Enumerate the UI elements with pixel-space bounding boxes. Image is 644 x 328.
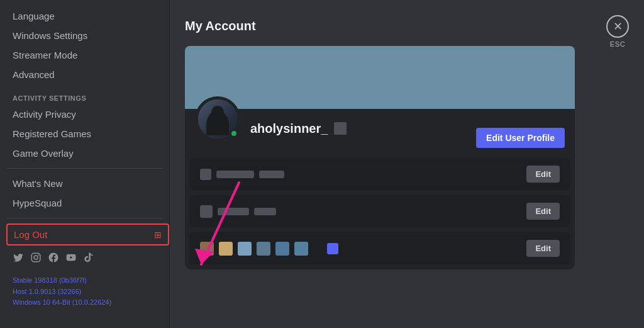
close-button-area[interactable]: ✕ ESC (606, 15, 629, 48)
activity-settings-section-label: ACTIVITY SETTINGS (6, 84, 169, 105)
online-status-dot (230, 129, 238, 138)
blur-block (257, 242, 270, 256)
username-tag-box (334, 122, 347, 135)
sidebar-divider (6, 168, 163, 169)
sidebar-item-label: Registered Games (13, 128, 91, 139)
page-title: My Account (185, 19, 629, 33)
blurred-info-2 (200, 205, 276, 218)
version-line-3: Windows 10 64-Bit (10.0.22624) (13, 297, 163, 308)
main-content: My Account aholysinner_ Edit User Profil… (170, 0, 644, 328)
logout-label: Log Out (14, 229, 47, 240)
version-line-2: Host 1.0.9013 (32266) (13, 286, 163, 298)
sidebar-item-hypesquad[interactable]: HypeSquad (6, 193, 169, 213)
username: aholysinner_ (250, 122, 328, 136)
blur-block (200, 169, 211, 180)
sidebar-item-logout[interactable]: Log Out ⊞ (6, 223, 169, 246)
logout-icon: ⊞ (154, 230, 162, 240)
blur-block (327, 243, 338, 254)
sidebar-item-activity-privacy[interactable]: Activity Privacy (6, 105, 169, 124)
settings-sidebar: Language Windows Settings Streamer Mode … (0, 0, 170, 328)
blur-block (238, 242, 252, 256)
edit-button-3[interactable]: Edit (526, 240, 560, 257)
sidebar-item-advanced[interactable]: Advanced (6, 65, 169, 84)
sidebar-item-whats-new[interactable]: What's New (6, 174, 169, 193)
blur-block (275, 242, 289, 256)
profile-info-row: aholysinner_ Edit User Profile (185, 90, 575, 158)
sidebar-item-registered-games[interactable]: Registered Games (6, 124, 169, 144)
edit-button-1[interactable]: Edit (526, 166, 560, 183)
blur-block (200, 242, 214, 256)
blur-block (200, 205, 213, 218)
sidebar-item-label: What's New (13, 178, 63, 189)
blur-block (259, 171, 284, 178)
sidebar-item-label: Game Overlay (13, 148, 74, 159)
blur-block (218, 208, 249, 215)
social-icons-row (6, 246, 169, 273)
sidebar-item-windows-settings[interactable]: Windows Settings (6, 26, 169, 45)
info-section-1: Edit (190, 158, 570, 190)
blurred-info-3 (200, 242, 338, 256)
sidebar-item-label: Activity Privacy (13, 109, 76, 120)
sidebar-item-label: Advanced (13, 69, 55, 80)
avatar-wrapper (195, 96, 240, 142)
facebook-icon[interactable] (48, 252, 59, 266)
twitter-icon[interactable] (13, 252, 24, 266)
sidebar-divider-2 (6, 218, 163, 218)
sidebar-item-streamer-mode[interactable]: Streamer Mode (6, 45, 169, 65)
blur-block (254, 208, 276, 215)
blurred-info-1 (200, 169, 284, 180)
tiktok-icon[interactable] (83, 252, 94, 266)
sidebar-item-label: HypeSquad (13, 198, 62, 208)
blur-block (216, 171, 254, 178)
sidebar-item-label: Windows Settings (13, 30, 87, 41)
blur-block (219, 242, 233, 256)
sidebar-item-game-overlay[interactable]: Game Overlay (6, 144, 169, 163)
username-area: aholysinner_ Edit User Profile (250, 109, 565, 148)
close-icon[interactable]: ✕ (606, 15, 629, 38)
info-section-3: Edit (190, 232, 570, 264)
edit-user-profile-button[interactable]: Edit User Profile (476, 128, 565, 148)
edit-button-2[interactable]: Edit (526, 203, 560, 220)
youtube-icon[interactable] (65, 252, 77, 266)
profile-card: aholysinner_ Edit User Profile Edit Edit (185, 46, 575, 269)
sidebar-item-language[interactable]: Language (6, 6, 169, 26)
version-line-1: Stable 198318 (0b36f7f) (13, 275, 163, 286)
instagram-icon[interactable] (30, 252, 42, 266)
sidebar-item-label: Streamer Mode (13, 50, 77, 60)
version-info: Stable 198318 (0b36f7f) Host 1.0.9013 (3… (6, 273, 169, 311)
info-section-2: Edit (190, 195, 570, 227)
sidebar-item-label: Language (13, 11, 55, 21)
blur-block (294, 242, 308, 256)
esc-label: ESC (610, 40, 625, 48)
